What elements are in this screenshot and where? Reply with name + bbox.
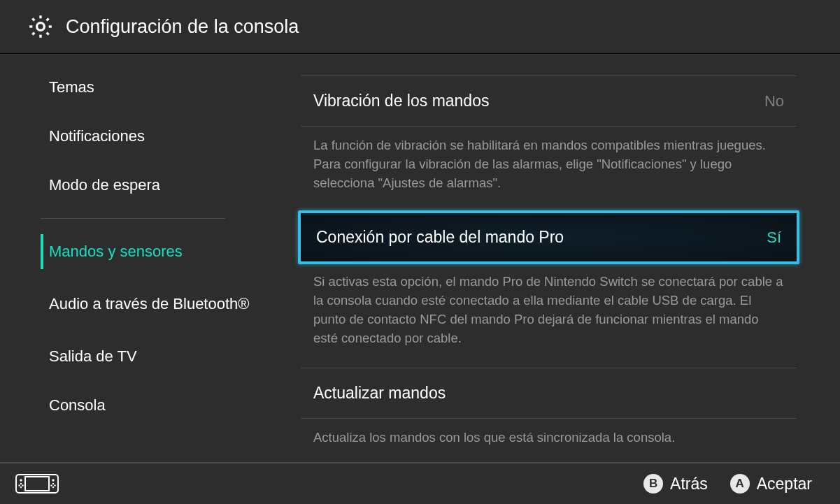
svg-point-11	[54, 484, 55, 486]
sidebar-item-label: Consola	[49, 396, 106, 415]
row-label: Conexión por cable del mando Pro	[316, 228, 564, 247]
svg-point-4	[52, 479, 54, 481]
sidebar-item-label: Temas	[49, 78, 94, 96]
row-value: No	[764, 92, 784, 110]
sidebar-item-salida-tv[interactable]: Salida de TV	[0, 332, 259, 381]
sidebar-item-mandos-sensores[interactable]: Mandos y sensores	[0, 227, 259, 276]
sidebar-item-notificaciones[interactable]: Notificaciones	[0, 112, 259, 161]
console-icon[interactable]	[15, 474, 59, 494]
row-update-controllers[interactable]: Actualizar mandos	[301, 368, 797, 419]
sidebar: Temas Notificaciones Modo de espera Mand…	[0, 55, 259, 462]
svg-point-8	[20, 483, 22, 484]
svg-point-7	[22, 484, 23, 486]
a-button-icon: A	[730, 474, 750, 494]
b-button-icon: B	[643, 474, 663, 494]
update-description: Actualiza los mandos con los que está si…	[301, 419, 797, 447]
sidebar-item-temas[interactable]: Temas	[0, 63, 259, 112]
sidebar-item-label: Notificaciones	[49, 127, 145, 145]
row-vibration[interactable]: Vibración de los mandos No	[301, 75, 797, 127]
row-value: Sí	[767, 229, 781, 247]
back-label: Atrás	[670, 475, 708, 494]
vibration-description: La función de vibración se habilitará en…	[301, 127, 797, 212]
svg-point-3	[20, 479, 22, 481]
row-label: Actualizar mandos	[313, 384, 446, 403]
sidebar-item-modo-espera[interactable]: Modo de espera	[0, 161, 259, 210]
back-button[interactable]: B Atrás	[643, 474, 708, 494]
main-panel: Vibración de los mandos No La función de…	[259, 55, 840, 462]
sidebar-divider	[41, 218, 225, 219]
header: Configuración de la consola	[0, 0, 840, 54]
svg-point-0	[37, 23, 45, 31]
sidebar-item-audio-bluetooth[interactable]: Audio a través de Bluetooth®	[0, 276, 259, 332]
svg-rect-2	[25, 477, 49, 491]
sidebar-item-label: Mandos y sensores	[49, 243, 183, 261]
svg-point-9	[52, 487, 54, 488]
row-wired-pro[interactable]: Conexión por cable del mando Pro Sí	[298, 210, 799, 264]
row-label: Vibración de los mandos	[313, 92, 489, 110]
svg-point-6	[18, 484, 20, 486]
accept-button[interactable]: A Aceptar	[730, 474, 812, 494]
svg-point-5	[20, 487, 22, 488]
page-title: Configuración de la consola	[66, 16, 299, 38]
sidebar-item-label: Modo de espera	[49, 176, 160, 194]
accept-label: Aceptar	[757, 475, 812, 494]
svg-point-10	[50, 484, 52, 486]
wired-description: Si activas esta opción, el mando Pro de …	[301, 263, 797, 367]
sidebar-item-label: Salida de TV	[49, 347, 137, 366]
sidebar-item-label: Audio a través de Bluetooth®	[49, 294, 250, 315]
footer: B Atrás A Aceptar	[0, 462, 840, 504]
gear-icon	[27, 13, 55, 41]
sidebar-item-consola[interactable]: Consola	[0, 381, 259, 430]
svg-point-12	[52, 483, 54, 484]
